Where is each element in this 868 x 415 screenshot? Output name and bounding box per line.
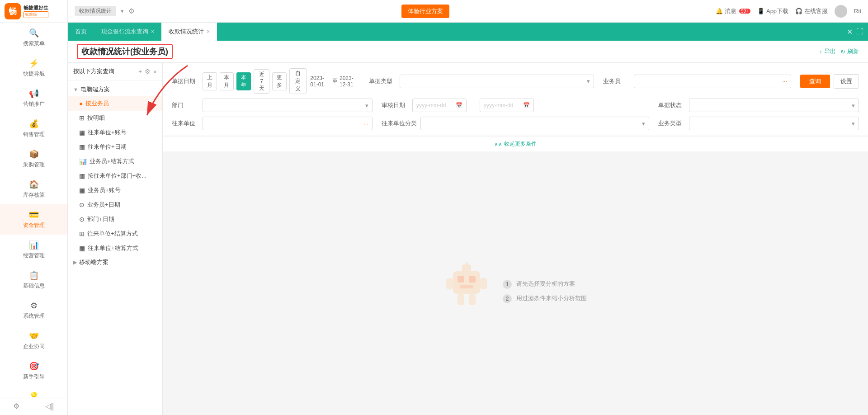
empty-illustration: 1 请先选择要分析的方案 2 用过滤条件来缩小分析范围 (444, 258, 587, 309)
filter-dept-select[interactable]: ▾ (203, 99, 373, 112)
sidebar-item-search[interactable]: 🔍 搜索菜单 (0, 23, 67, 53)
collapse-footer-btn[interactable]: ◁‖ (45, 402, 54, 410)
date-btn-custom[interactable]: 自定义 (289, 68, 307, 94)
tab-bank-close[interactable]: × (151, 28, 154, 35)
sidebar-item-sales[interactable]: 💰 销售管理 (0, 113, 67, 144)
sidebar-item-label: 采购管理 (23, 161, 45, 169)
filter-row-1: 单据日期 上月 本月 本年 近7天 更多 自定义 2023-01-01 至 (172, 68, 859, 94)
refresh-button[interactable]: ↻ 刷新 (840, 47, 859, 56)
panel-add-btn[interactable]: + (138, 68, 142, 75)
tree-group-mobile: ▶ 移动端方案 (68, 255, 162, 269)
panel-settings-btn[interactable]: ⚙ (145, 68, 151, 75)
date-btn-this-month[interactable]: 本月 (220, 72, 234, 90)
filter-billstatus-select[interactable]: ▾ (689, 99, 859, 112)
window-maximize-btn[interactable]: ⛶ (856, 28, 863, 36)
topbar-gear-icon[interactable]: ⚙ (128, 7, 135, 15)
settings-footer-btn[interactable]: ⚙ (13, 402, 19, 410)
window-close-btn[interactable]: ✕ (847, 28, 853, 36)
tree-item-dept-date[interactable]: ⊙ 部门+日期 (68, 212, 162, 226)
sidebar-item-quicknav[interactable]: ⚡ 快捷导航 (0, 53, 67, 83)
tab-home[interactable]: 首页 (68, 23, 94, 41)
tab-bank[interactable]: 现金银行流水查询 × (94, 23, 161, 41)
filter-billtype-item: 单据类型 ▾ (369, 75, 594, 88)
breadcrumb-dropdown[interactable]: ▾ (121, 8, 124, 14)
tree-item-staff-date[interactable]: ⊙ 业务员+日期 (68, 198, 162, 212)
tree-expand-icon: ▼ (73, 87, 78, 92)
tree-item-partner-date[interactable]: ▦ 往来单位+日期 (68, 140, 162, 154)
filter-reviewdate-to[interactable]: yyyy-mm-dd 📅 (480, 99, 534, 112)
sidebar-item-label: 营销推广 (23, 100, 45, 108)
filter-area: 单据日期 上月 本月 本年 近7天 更多 自定义 2023-01-01 至 (163, 63, 868, 136)
sidebar-item-purchase[interactable]: 📦 采购管理 (0, 144, 67, 174)
filter-staff-select[interactable]: ··· (634, 75, 791, 88)
app-download-item[interactable]: 📱 App下载 (757, 7, 788, 15)
billstatus-chevron-icon: ▾ (852, 102, 855, 109)
date-btn-last-month[interactable]: 上月 (203, 72, 217, 90)
sidebar-item-system[interactable]: ⚙ 系统管理 (0, 295, 67, 325)
setting-button[interactable]: 设置 (834, 74, 859, 89)
staff-more-btn[interactable]: ··· (782, 78, 787, 85)
filter-partner-cat-select[interactable]: ▾ (420, 117, 649, 130)
filter-date-group: 上月 本月 本年 近7天 更多 自定义 (203, 68, 307, 94)
online-service-item[interactable]: 🎧 在线客服 (795, 7, 828, 15)
date-btn-7days[interactable]: 近7天 (254, 69, 269, 94)
window-controls: ✕ ⛶ (847, 28, 868, 36)
reviewdate-to-placeholder: yyyy-mm-dd (484, 102, 513, 108)
notification-label: 消息 (725, 7, 736, 15)
date-btn-this-year[interactable]: 本年 (236, 72, 251, 90)
tab-bar: 首页 现金银行流水查询 × 收款情况统计 × ✕ ⛶ (68, 23, 868, 41)
sidebar-item-operation[interactable]: 📊 经营管理 (0, 235, 67, 265)
panel-collapse-btn[interactable]: « (153, 68, 157, 75)
sidebar-item-finance[interactable]: 💳 资金管理 (0, 204, 67, 235)
sidebar-item-collab[interactable]: 🤝 企业协同 (0, 325, 67, 356)
tab-receipts[interactable]: 收款情况统计 × (161, 23, 217, 41)
calendar-to-icon: 📅 (523, 102, 530, 108)
filter-partner-select[interactable]: ··· (203, 117, 373, 130)
notification-item[interactable]: 🔔 消息 99+ (716, 7, 750, 15)
tree-item-partner-settle1[interactable]: ⊞ 往来单位+结算方式 (68, 226, 162, 241)
tree-item-staff-payment[interactable]: 📊 业务员+结算方式 (68, 154, 162, 169)
sidebar-item-inventory[interactable]: 🏠 库存核算 (0, 174, 67, 204)
sidebar-item-label: 新手引导 (23, 373, 45, 381)
sidebar-item-marketing[interactable]: 📢 营销推广 (0, 83, 67, 113)
user-avatar[interactable] (835, 5, 847, 18)
date-from: 2023-01-01 (310, 75, 330, 88)
tree-item-label: 往来单位+账号 (88, 128, 127, 137)
filter-partner-label: 往来单位 (172, 119, 199, 127)
partner-more-btn[interactable]: ··· (363, 120, 368, 127)
filter-partner-item: 往来单位 ··· (172, 117, 373, 130)
svg-rect-2 (469, 276, 476, 283)
sidebar-item-basic[interactable]: 📋 基础信息 (0, 265, 67, 295)
sidebar-item-newbie[interactable]: 🎯 新手引导 (0, 356, 67, 386)
tree-group-desktop-header[interactable]: ▼ 电脑端方案 (68, 83, 162, 96)
tab-receipts-close[interactable]: × (207, 28, 210, 35)
partner-dept-icon: ▦ (79, 172, 85, 179)
sidebar-item-label: 企业协同 (23, 343, 45, 350)
collapse-button[interactable]: ∧∧ 收起更多条件 (163, 136, 868, 151)
trial-button[interactable]: 体验行业方案 (401, 5, 449, 18)
export-button[interactable]: ↑ 导出 (820, 47, 836, 56)
filter-biztype-select[interactable]: ▾ (689, 117, 859, 130)
query-button[interactable]: 查询 (800, 75, 830, 88)
robot-illustration (444, 258, 489, 309)
filter-billtype-select[interactable]: ▾ (400, 75, 594, 88)
date-btn-more[interactable]: 更多 (272, 72, 287, 90)
sidebar-item-hardware[interactable]: 💡 智能硬件 (0, 386, 67, 397)
tree-item-partner-settle2[interactable]: ▦ 往来单位+结算方式 (68, 241, 162, 255)
partner-cat-chevron-icon: ▾ (642, 120, 645, 127)
panel-title: 按以下方案查询 (73, 67, 138, 75)
filter-billstatus-label: 单据状态 (658, 101, 685, 109)
empty-steps: 1 请先选择要分析的方案 2 用过滤条件来缩小分析范围 (503, 280, 587, 309)
tree-group-desktop: ▼ 电脑端方案 ● 按业务员 ⊞ 按明细 ▦ 往来单位+账号 (68, 83, 162, 255)
tree-item-detail[interactable]: ⊞ 按明细 (68, 111, 162, 125)
tree-item-partner-dept[interactable]: ▦ 按往来单位+部门+收... (68, 169, 162, 183)
tree-item-partner-acct[interactable]: ▦ 往来单位+账号 (68, 125, 162, 140)
filter-reviewdate-from[interactable]: yyyy-mm-dd 📅 (412, 99, 467, 112)
topbar-left: 收款情况统计 ▾ ⚙ (75, 6, 135, 16)
right-panel: 单据日期 上月 本月 本年 近7天 更多 自定义 2023-01-01 至 (163, 63, 868, 415)
tree-item-label: 业务员+结算方式 (90, 157, 134, 165)
tree-item-staff-acct[interactable]: ▦ 业务员+账号 (68, 183, 162, 198)
operation-icon: 📊 (29, 240, 39, 250)
tree-group-mobile-header[interactable]: ▶ 移动端方案 (68, 255, 162, 269)
tree-item-by-staff[interactable]: ● 按业务员 (68, 96, 162, 111)
